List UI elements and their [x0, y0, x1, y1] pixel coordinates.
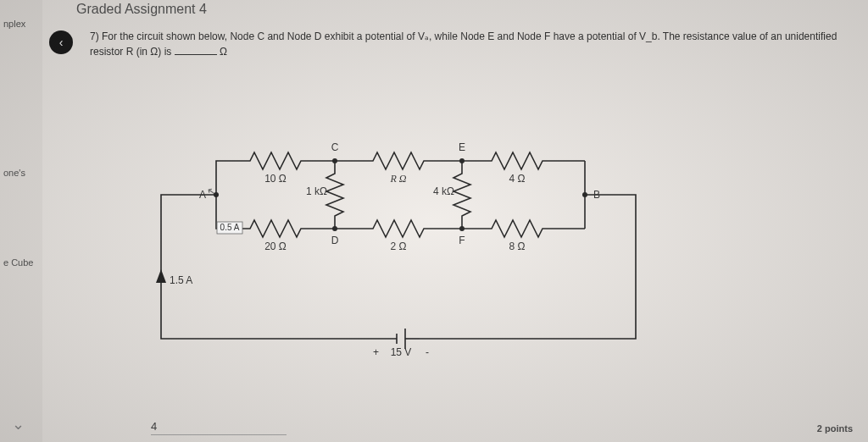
svg-text:+: + [373, 346, 379, 358]
svg-text:2 Ω: 2 Ω [391, 240, 407, 252]
sidebar: nplex one's e Cube ⌄ [0, 0, 37, 442]
svg-text:20 Ω: 20 Ω [264, 240, 287, 252]
sidebar-item-ones[interactable]: one's [0, 166, 29, 180]
sidebar-item-nplex[interactable]: nplex [0, 17, 29, 30]
chevron-down-icon[interactable]: ⌄ [12, 415, 25, 434]
svg-text:R Ω: R Ω [389, 173, 406, 185]
svg-text:8 Ω: 8 Ω [509, 240, 526, 252]
circuit-svg: .wire { stroke:#222; stroke-width:1.6; f… [136, 85, 678, 373]
question-unit: Ω [220, 46, 227, 58]
question-row: ‹ 7) For the circuit shown below, Node C… [42, 22, 868, 59]
question-number: 7) [90, 30, 99, 42]
svg-text:E: E [459, 141, 465, 153]
circuit-diagram: ↖ .wire { stroke:#222; stroke-width:1.6;… [136, 85, 678, 364]
svg-text:A: A [199, 189, 206, 201]
main-content: Graded Assignment 4 ‹ 7) For the circuit… [42, 0, 868, 442]
svg-text:F: F [459, 235, 465, 246]
svg-text:15 V: 15 V [391, 346, 412, 358]
svg-text:1.5 A: 1.5 A [170, 274, 192, 286]
svg-text:C: C [331, 141, 339, 153]
svg-point-7 [459, 158, 465, 163]
svg-text:1 kΩ: 1 kΩ [306, 185, 327, 197]
svg-point-8 [459, 226, 465, 231]
svg-point-9 [582, 192, 587, 197]
svg-text:D: D [331, 235, 339, 246]
svg-text:4 kΩ: 4 kΩ [433, 185, 454, 197]
svg-text:-: - [426, 346, 429, 358]
svg-text:10 Ω: 10 Ω [264, 173, 287, 185]
svg-point-4 [214, 192, 219, 197]
svg-text:0.5 A: 0.5 A [220, 223, 240, 232]
svg-text:B: B [593, 189, 600, 201]
answer-blank [175, 45, 217, 55]
answer-input[interactable]: 4 [151, 420, 287, 435]
sidebar-item-ecube[interactable]: e Cube [0, 256, 36, 269]
points-label: 2 points [817, 423, 853, 434]
svg-marker-2 [156, 269, 166, 283]
svg-point-6 [332, 226, 337, 231]
question-text: 7) For the circuit shown below, Node C a… [90, 29, 849, 59]
prev-button[interactable]: ‹ [49, 30, 73, 54]
assignment-title: Graded Assignment 4 [42, 0, 868, 22]
svg-text:4 Ω: 4 Ω [509, 173, 526, 185]
svg-point-5 [332, 158, 337, 163]
